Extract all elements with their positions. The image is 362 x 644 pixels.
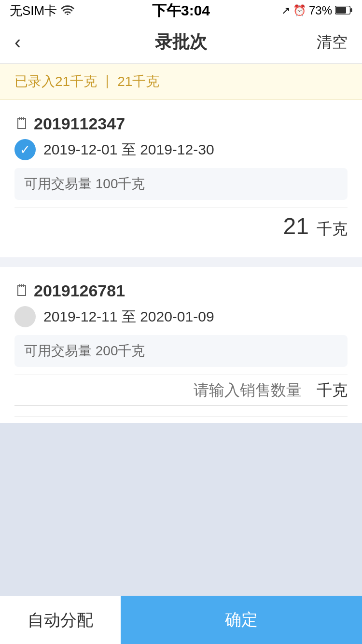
- batch2-divider: [14, 375, 348, 375]
- status-bar: 无SIM卡 下午3:04 ↗ ⏰ 73%: [0, 0, 362, 21]
- battery-icon: [335, 4, 352, 17]
- batch2-date-range: 2019-12-11 至 2020-01-09: [43, 307, 214, 327]
- back-button[interactable]: ‹: [14, 31, 43, 53]
- svg-rect-3: [336, 7, 346, 14]
- recorded-amount: 已录入21千克: [14, 72, 97, 91]
- banner-divider: [107, 75, 108, 88]
- input-underline: [14, 405, 348, 406]
- batch1-amount-row: 21 千克: [14, 208, 348, 248]
- check-icon: ✓: [20, 142, 30, 157]
- batch2-id: 2019126781: [34, 281, 125, 300]
- batch1-date-row: ✓ 2019-12-01 至 2019-12-30: [14, 139, 348, 160]
- bottom-buttons: 自动分配 确定: [0, 596, 362, 644]
- batch1-header: 🗒 2019112347: [14, 114, 348, 133]
- section-gap-1: [0, 257, 362, 267]
- confirm-button[interactable]: 确定: [121, 596, 362, 644]
- clear-button[interactable]: 清空: [317, 32, 348, 53]
- batch2-qty-input[interactable]: [14, 381, 309, 399]
- batch1-amount-unit: 千克: [317, 219, 348, 240]
- status-right: ↗ ⏰ 73%: [281, 4, 352, 17]
- batch2-header: 🗒 2019126781: [14, 281, 348, 300]
- auto-distribute-button[interactable]: 自动分配: [0, 596, 121, 644]
- nav-bar: ‹ 录批次 清空: [0, 21, 362, 64]
- batch1-icon: 🗒: [14, 115, 30, 133]
- batch1-id: 2019112347: [34, 114, 125, 133]
- content-wrapper: ‹ 录批次 清空 已录入21千克 21千克 🗒 2019112347 ✓ 201…: [0, 21, 362, 644]
- svg-rect-2: [350, 8, 352, 12]
- batch2-input-row: 千克: [14, 380, 348, 401]
- batch1-radio[interactable]: ✓: [14, 139, 36, 160]
- batch2-icon: 🗒: [14, 282, 30, 300]
- wifi-icon: [61, 3, 74, 18]
- status-time: 下午3:04: [152, 1, 210, 21]
- batch1-available: 可用交易量 100千克: [14, 168, 348, 200]
- svg-point-0: [67, 14, 69, 15]
- batch1-amount-value: 21: [283, 213, 309, 239]
- batch2-unit: 千克: [317, 380, 348, 401]
- batch2-card: 🗒 2019126781 2019-12-11 至 2020-01-09 可用交…: [0, 267, 362, 423]
- status-left: 无SIM卡: [10, 2, 74, 19]
- location-icon: ↗: [281, 4, 290, 17]
- alarm-icon: ⏰: [293, 4, 306, 17]
- batch2-radio[interactable]: [14, 306, 36, 327]
- info-banner: 已录入21千克 21千克: [0, 64, 362, 100]
- page-title: 录批次: [155, 30, 207, 54]
- batch2-date-row: 2019-12-11 至 2020-01-09: [14, 306, 348, 327]
- battery-text: 73%: [309, 4, 332, 17]
- batch1-date-range: 2019-12-01 至 2019-12-30: [43, 140, 214, 160]
- total-amount: 21千克: [117, 72, 159, 91]
- batch1-card: 🗒 2019112347 ✓ 2019-12-01 至 2019-12-30 可…: [0, 100, 362, 257]
- carrier-text: 无SIM卡: [10, 2, 57, 19]
- batch2-available: 可用交易量 200千克: [14, 335, 348, 367]
